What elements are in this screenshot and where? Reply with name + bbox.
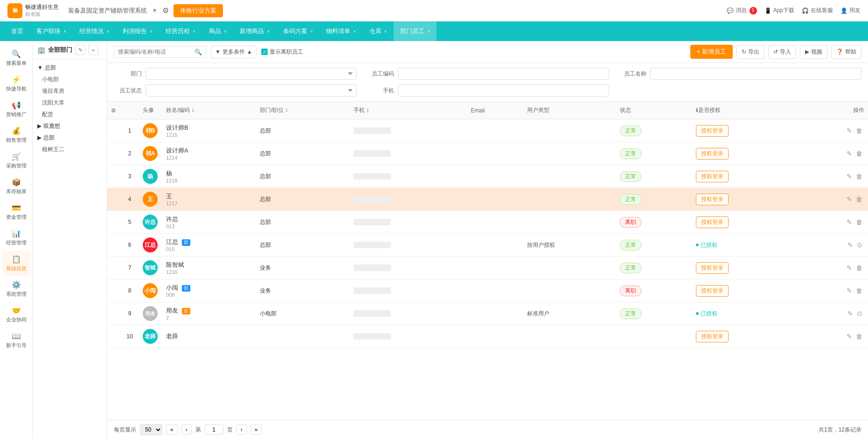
- delete-btn[interactable]: 🗑: [854, 149, 864, 158]
- edit-btn[interactable]: ✎: [846, 240, 855, 250]
- leftnav-finance[interactable]: 💳 资金管理: [2, 200, 31, 224]
- delete-btn[interactable]: 🗑: [854, 286, 864, 295]
- leftnav-basic[interactable]: 📋 基础信息: [2, 251, 31, 276]
- nav-warehouse[interactable]: 仓库×: [363, 21, 394, 41]
- prev-page-btn[interactable]: ‹: [181, 425, 192, 435]
- dept-item-distribution[interactable]: 配货: [33, 109, 107, 120]
- leftnav-purchase[interactable]: 🛒 采购管理: [2, 148, 31, 173]
- delete-btn[interactable]: 🗑: [854, 263, 864, 272]
- settings-icon[interactable]: ⚙: [162, 6, 169, 15]
- user-icon: 👤: [840, 7, 847, 14]
- search-box[interactable]: 🔍: [114, 46, 206, 58]
- view-icon: ▶: [805, 49, 809, 55]
- dept-item-shenyang[interactable]: 沈阳大库: [33, 97, 107, 109]
- help-btn[interactable]: ❓ 帮助: [831, 45, 861, 59]
- copy-btn[interactable]: ⊙: [855, 240, 864, 250]
- leftnav-management[interactable]: 📊 经营管理: [2, 225, 31, 250]
- delete-btn[interactable]: 🗑: [854, 217, 864, 227]
- edit-btn[interactable]: ✎: [845, 172, 854, 181]
- view-btn[interactable]: ▶ 视频: [800, 45, 827, 59]
- col-dept-header[interactable]: 部门/职位 ↕: [256, 102, 350, 119]
- dept-item-project[interactable]: 项目库房: [33, 85, 107, 97]
- leftnav-sales[interactable]: 💰 销售管理: [2, 123, 31, 147]
- filter-empcode-input[interactable]: [398, 68, 609, 80]
- delete-btn[interactable]: 🗑: [854, 172, 864, 181]
- add-employee-btn[interactable]: + 新增员工: [690, 45, 733, 59]
- edit-btn[interactable]: ✎: [845, 332, 854, 341]
- leftnav-collab[interactable]: 🤝 企业协同: [2, 302, 31, 327]
- nav-home[interactable]: 首页: [5, 21, 30, 41]
- nav-barcode[interactable]: 条码方案×: [277, 21, 319, 41]
- copy-btn[interactable]: ⊙: [855, 309, 864, 318]
- auth-btn[interactable]: 授权登录: [696, 148, 729, 160]
- per-page-select[interactable]: 50: [140, 424, 162, 435]
- auth-btn[interactable]: 授权登录: [696, 125, 729, 137]
- filter-dept-select[interactable]: [146, 68, 357, 80]
- edit-btn[interactable]: ✎: [845, 217, 854, 227]
- col-name-header[interactable]: 姓名/编码 ↕: [162, 102, 256, 119]
- nav-history[interactable]: 经营历程×: [159, 21, 202, 41]
- page-input[interactable]: [205, 425, 223, 435]
- next-page-btn[interactable]: ›: [236, 425, 247, 435]
- nav-business[interactable]: 经营情况×: [73, 21, 116, 41]
- edit-btn[interactable]: ✎: [845, 195, 854, 204]
- leftnav-management-label: 经营管理: [6, 239, 27, 246]
- auth-btn[interactable]: 授权登录: [696, 216, 729, 228]
- delete-btn[interactable]: 🗑: [854, 195, 864, 204]
- auth-btn[interactable]: 授权登录: [696, 171, 729, 182]
- nav-staff[interactable]: 部门员工×: [394, 21, 437, 41]
- delete-btn[interactable]: 🗑: [854, 332, 864, 341]
- show-resigned-toggle[interactable]: ✓ 显示离职员工: [261, 48, 303, 56]
- col-settings[interactable]: ⚙: [107, 102, 120, 119]
- nav-customer[interactable]: 客户联络×: [30, 21, 73, 41]
- per-page-label: 每页显示: [114, 426, 136, 434]
- leftnav-system[interactable]: ⚙️ 系统管理: [2, 277, 31, 301]
- message-btn[interactable]: 💬 消息 5: [727, 7, 757, 14]
- nav-bom[interactable]: 物料清单×: [319, 21, 362, 41]
- leftnav-guide[interactable]: 📖 新手引导: [2, 328, 31, 353]
- user-menu[interactable]: 👤 用友: [840, 7, 861, 14]
- export-btn[interactable]: ↻ 导出: [736, 45, 764, 59]
- search-input[interactable]: [118, 49, 193, 55]
- edit-btn[interactable]: ✎: [846, 309, 855, 318]
- dept-collapse-icon[interactable]: «: [88, 45, 98, 55]
- dept-group-shuanglu[interactable]: ▶双鹿想: [33, 120, 107, 132]
- auth-btn[interactable]: 授权登录: [696, 331, 729, 342]
- dept-edit-icon[interactable]: ✎: [75, 45, 85, 55]
- last-page-btn[interactable]: »: [250, 425, 262, 435]
- nav-add-goods[interactable]: 新增商品×: [233, 21, 276, 41]
- online-service-btn[interactable]: 🎧 在线客服: [802, 7, 833, 14]
- leftnav-marketing[interactable]: 📢 营销推广: [2, 97, 31, 122]
- edit-btn[interactable]: ✎: [845, 263, 854, 272]
- try-btn[interactable]: 体验行业方案: [174, 4, 223, 17]
- dept-item-planting[interactable]: 植树王二: [33, 144, 107, 155]
- filter-status-select[interactable]: [146, 84, 357, 97]
- dept-group-general[interactable]: ▼总部: [33, 62, 107, 74]
- dept-group-general2[interactable]: ▶总部: [33, 132, 107, 144]
- import-btn[interactable]: ↺ 导入: [768, 45, 796, 59]
- filter-empname-input[interactable]: [650, 68, 861, 80]
- row-status: 正常: [616, 142, 692, 165]
- first-page-btn[interactable]: «: [166, 425, 178, 435]
- auth-btn[interactable]: 授权登录: [696, 285, 729, 297]
- row-usertype: [523, 188, 616, 211]
- dept-item-small-elec[interactable]: 小电部: [33, 74, 107, 85]
- col-phone-header[interactable]: 手机 ↕: [350, 102, 467, 119]
- filter-more-btn[interactable]: ▼ 更多条件 ▲: [211, 46, 257, 58]
- filter-phone-input[interactable]: [398, 84, 609, 97]
- leftnav-search[interactable]: 🔍 搜索菜单: [2, 46, 31, 70]
- row-avatar: 祁A: [139, 142, 162, 165]
- auth-btn[interactable]: 授权登录: [696, 194, 729, 205]
- edit-btn[interactable]: ✎: [845, 286, 854, 295]
- edit-btn[interactable]: ✎: [845, 149, 854, 158]
- delete-btn[interactable]: 🗑: [854, 126, 864, 135]
- app-download-btn[interactable]: 📱 App下载: [764, 7, 794, 14]
- edit-btn[interactable]: ✎: [845, 126, 854, 135]
- leftnav-inventory[interactable]: 📦 库存核算: [2, 174, 31, 199]
- auth-btn[interactable]: 授权登录: [696, 262, 729, 274]
- nav-goods[interactable]: 商品×: [202, 21, 233, 41]
- row-index: 5: [120, 211, 139, 234]
- nav-profit[interactable]: 利润报告×: [116, 21, 159, 41]
- system-name-caret[interactable]: ▼: [152, 7, 158, 14]
- leftnav-shortcut[interactable]: ⚡ 快捷导航: [2, 71, 31, 96]
